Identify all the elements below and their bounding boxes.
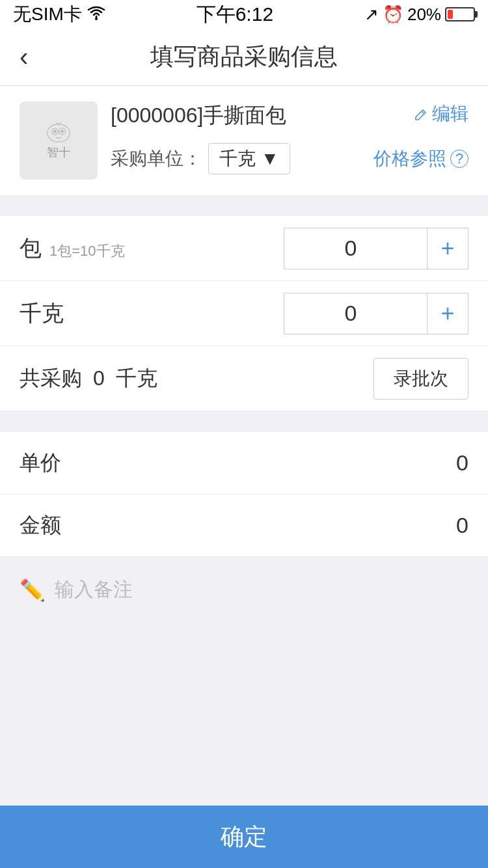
amount-value: 0 [456,513,468,538]
dropdown-arrow: ▼ [261,148,279,169]
help-icon: ? [450,150,468,168]
alarm-icon: ⏰ [383,5,403,25]
svg-point-5 [61,130,64,133]
product-info: [0000006]手撕面包 编辑 采购单位： 千克 ▼ [111,102,468,174]
product-thumbnail: 智十 [20,102,98,180]
nav-bar: ‹ 填写商品采购信息 [0,29,488,86]
section-divider-1 [0,206,488,216]
kg-plus-button[interactable]: + [427,293,468,334]
pencil-icon: ✏️ [20,578,46,603]
content: 智十 [0000006]手撕面包 编辑 采购单位： 千克 [0,86,488,831]
unit-row: 采购单位： 千克 ▼ 价格参照 ? [111,143,468,174]
remark-section[interactable]: ✏️ 输入备注 [0,557,488,623]
total-prefix: 共采购 [20,366,82,390]
unit-price-row: 单价 0 [0,432,488,495]
unit-select[interactable]: 千克 ▼ [208,143,290,174]
unit-price-value: 0 [456,450,468,476]
svg-point-0 [95,18,98,20]
price-reference-button[interactable]: 价格参照 ? [373,146,468,171]
bag-unit-label: 包 [20,234,42,264]
product-card: 智十 [0000006]手撕面包 编辑 采购单位： 千克 [0,86,488,195]
kg-unit-label: 千克 [20,299,64,329]
carrier-text: 无SIM卡 [13,2,82,27]
back-button[interactable]: ‹ [20,42,28,72]
kg-quantity-input[interactable] [284,293,427,334]
total-text: 共采购 0 千克 [20,364,157,393]
bag-input-row: 包 1包=10千克 + [0,216,488,281]
status-carrier: 无SIM卡 [13,2,105,27]
remark-placeholder: 输入备注 [55,576,133,603]
unit-value: 千克 [219,146,256,171]
unit-selector-group: 采购单位： 千克 ▼ [111,143,290,174]
bag-label: 包 1包=10千克 [20,234,125,264]
status-right: ↗ ⏰ 20% [364,5,475,25]
price-section: 单价 0 金额 0 [0,432,488,557]
battery-icon [445,7,475,21]
bag-sub-label: 1包=10千克 [49,241,125,261]
battery-text: 20% [407,5,441,25]
section-divider-2 [0,411,488,422]
bag-plus-button[interactable]: + [427,228,468,269]
svg-line-8 [422,111,424,114]
input-section: 包 1包=10千克 + 千克 + 共采购 0 千克 [0,216,488,411]
unit-label: 采购单位： [111,146,202,171]
edit-button[interactable]: 编辑 [414,102,468,126]
kg-label: 千克 [20,299,64,329]
unit-price-label: 单价 [20,449,61,478]
status-time: 下午6:12 [197,1,273,28]
product-full-name: [0000006]手撕面包 [111,102,286,130]
location-icon: ↗ [364,5,379,25]
status-bar: 无SIM卡 下午6:12 ↗ ⏰ 20% [0,0,488,29]
record-batch-button[interactable]: 录批次 [373,358,468,400]
amount-label: 金额 [20,511,61,540]
kg-input-row: 千克 + [0,281,488,346]
bottom-area [0,623,488,831]
svg-point-1 [47,124,70,142]
confirm-button[interactable]: 确定 [0,806,488,868]
product-logo: 智十 [33,121,85,160]
kg-input-controls: + [284,293,468,334]
price-ref-label: 价格参照 [373,146,446,171]
amount-row: 金额 0 [0,495,488,557]
total-amount: 0 [93,366,105,390]
bag-quantity-input[interactable] [284,228,427,269]
wifi-icon [87,4,105,25]
total-row: 共采购 0 千克 录批次 [0,346,488,411]
edit-label: 编辑 [432,102,468,126]
bag-input-controls: + [284,228,468,269]
product-name-row: [0000006]手撕面包 编辑 [111,102,468,130]
total-unit: 千克 [116,366,157,390]
svg-point-4 [53,130,57,133]
page-title: 填写商品采购信息 [150,41,338,73]
